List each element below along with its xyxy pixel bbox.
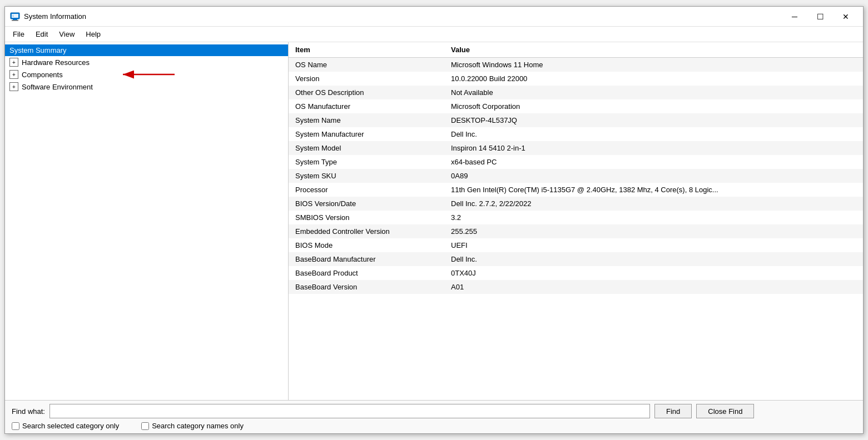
right-panel: Item Value OS NameMicrosoft Windows 11 H… xyxy=(289,42,863,400)
cell-item: BaseBoard Product xyxy=(289,266,444,280)
cell-value: 0TX40J xyxy=(444,266,863,280)
svg-rect-2 xyxy=(12,20,18,21)
hardware-resources-label: Hardware Resources xyxy=(22,58,90,67)
cell-value: DESKTOP-4L537JQ xyxy=(444,113,863,127)
table-row: BaseBoard ManufacturerDell Inc. xyxy=(289,252,863,266)
table-row: Version10.0.22000 Build 22000 xyxy=(289,72,863,86)
table-row: BIOS Version/DateDell Inc. 2.7.2, 2/22/2… xyxy=(289,197,863,211)
col-header-value: Value xyxy=(444,42,863,58)
content-area: System Summary + Hardware Resources + Co… xyxy=(5,42,863,400)
software-environment-label: Software Environment xyxy=(22,83,93,91)
tree-panel: System Summary + Hardware Resources + Co… xyxy=(5,42,289,400)
table-row: System NameDESKTOP-4L537JQ xyxy=(289,113,863,127)
cell-value: 255.255 xyxy=(444,224,863,238)
table-row: System SKU0A89 xyxy=(289,169,863,183)
table-row: Embedded Controller Version255.255 xyxy=(289,224,863,238)
search-category-names-checkbox[interactable] xyxy=(141,422,149,430)
table-row: OS ManufacturerMicrosoft Corporation xyxy=(289,99,863,113)
cell-item: BaseBoard Version xyxy=(289,280,444,294)
cell-item: System Type xyxy=(289,155,444,169)
find-input[interactable] xyxy=(49,404,650,418)
close-find-button[interactable]: Close Find xyxy=(696,404,754,418)
cell-item: Other OS Description xyxy=(289,86,444,99)
table-row: BaseBoard Product0TX40J xyxy=(289,266,863,280)
cell-value: Dell Inc. xyxy=(444,252,863,266)
find-row1: Find what: Find Close Find xyxy=(12,404,856,418)
window-title: System Information xyxy=(24,12,782,21)
menu-edit[interactable]: Edit xyxy=(30,28,53,41)
cell-item: System Name xyxy=(289,113,444,127)
expand-software-icon: + xyxy=(9,82,18,91)
find-bar: Find what: Find Close Find Search select… xyxy=(5,400,863,433)
search-selected-category-checkbox[interactable] xyxy=(12,422,19,430)
cell-value: Dell Inc. xyxy=(444,127,863,141)
cell-value: Microsoft Windows 11 Home xyxy=(444,58,863,72)
components-row: + Components xyxy=(5,68,288,81)
cell-item: Version xyxy=(289,72,444,86)
cell-item: SMBIOS Version xyxy=(289,211,444,224)
tree-item-software-environment[interactable]: + Software Environment xyxy=(5,81,288,93)
cell-item: BIOS Version/Date xyxy=(289,197,444,211)
table-row: OS NameMicrosoft Windows 11 Home xyxy=(289,58,863,72)
tree-item-components[interactable]: + Components xyxy=(5,68,288,81)
menu-file[interactable]: File xyxy=(7,28,30,41)
cell-value: Dell Inc. 2.7.2, 2/22/2022 xyxy=(444,197,863,211)
col-header-item: Item xyxy=(289,42,444,58)
cell-item: System Manufacturer xyxy=(289,127,444,141)
table-row: SMBIOS Version3.2 xyxy=(289,211,863,224)
title-bar: i System Information ─ ☐ ✕ xyxy=(5,7,863,27)
table-row: Processor11th Gen Intel(R) Core(TM) i5-1… xyxy=(289,183,863,197)
cell-item: BaseBoard Manufacturer xyxy=(289,252,444,266)
find-button[interactable]: Find xyxy=(654,404,692,418)
cell-value: UEFI xyxy=(444,238,863,252)
tree-item-system-summary[interactable]: System Summary xyxy=(5,44,288,56)
cell-value: 10.0.22000 Build 22000 xyxy=(444,72,863,86)
find-row2: Search selected category only Search cat… xyxy=(12,422,856,430)
close-button[interactable]: ✕ xyxy=(833,8,859,26)
components-label: Components xyxy=(22,71,63,79)
maximize-button[interactable]: ☐ xyxy=(807,8,833,26)
search-selected-category-text: Search selected category only xyxy=(22,422,119,430)
menu-help[interactable]: Help xyxy=(80,28,106,41)
main-window: i System Information ─ ☐ ✕ File Edit Vie… xyxy=(4,6,864,434)
table-row: BIOS ModeUEFI xyxy=(289,238,863,252)
cell-value: A01 xyxy=(444,280,863,294)
table-row: System Typex64-based PC xyxy=(289,155,863,169)
cell-value: Inspiron 14 5410 2-in-1 xyxy=(444,141,863,155)
cell-item: OS Name xyxy=(289,58,444,72)
cell-item: BIOS Mode xyxy=(289,238,444,252)
cell-item: Embedded Controller Version xyxy=(289,224,444,238)
find-label: Find what: xyxy=(12,407,45,416)
table-row: System ModelInspiron 14 5410 2-in-1 xyxy=(289,141,863,155)
menu-bar: File Edit View Help xyxy=(5,27,863,42)
cell-value: Not Available xyxy=(444,86,863,99)
svg-rect-1 xyxy=(13,19,17,20)
minimize-button[interactable]: ─ xyxy=(782,8,807,26)
cell-value: Microsoft Corporation xyxy=(444,99,863,113)
system-summary-label: System Summary xyxy=(9,46,67,54)
app-icon: i xyxy=(9,11,21,22)
table-row: Other OS DescriptionNot Available xyxy=(289,86,863,99)
cell-value: 0A89 xyxy=(444,169,863,183)
checkbox-category-names-label[interactable]: Search category names only xyxy=(141,422,244,430)
expand-components-icon: + xyxy=(9,70,18,79)
cell-value: 3.2 xyxy=(444,211,863,224)
data-table-container[interactable]: Item Value OS NameMicrosoft Windows 11 H… xyxy=(289,42,863,400)
svg-text:i: i xyxy=(12,14,14,17)
search-category-names-text: Search category names only xyxy=(152,422,244,430)
system-info-table: Item Value OS NameMicrosoft Windows 11 H… xyxy=(289,42,863,294)
table-row: BaseBoard VersionA01 xyxy=(289,280,863,294)
cell-value: x64-based PC xyxy=(444,155,863,169)
cell-item: System Model xyxy=(289,141,444,155)
cell-value: 11th Gen Intel(R) Core(TM) i5-1135G7 @ 2… xyxy=(444,183,863,197)
cell-item: Processor xyxy=(289,183,444,197)
tree-item-hardware-resources[interactable]: + Hardware Resources xyxy=(5,56,288,68)
window-controls: ─ ☐ ✕ xyxy=(782,8,859,26)
table-row: System ManufacturerDell Inc. xyxy=(289,127,863,141)
menu-view[interactable]: View xyxy=(53,28,80,41)
cell-item: System SKU xyxy=(289,169,444,183)
checkbox-selected-category-label[interactable]: Search selected category only xyxy=(12,422,119,430)
cell-item: OS Manufacturer xyxy=(289,99,444,113)
expand-hardware-icon: + xyxy=(9,58,18,67)
